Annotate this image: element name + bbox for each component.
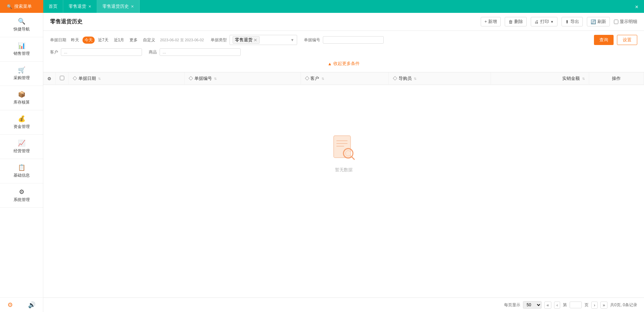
new-button[interactable]: + 新增 — [481, 17, 501, 26]
last-page-button[interactable]: » — [600, 302, 607, 309]
date-btn-7days[interactable]: 近7天 — [96, 37, 111, 44]
prev-page-button[interactable]: ‹ — [554, 302, 560, 309]
next-page-button[interactable]: › — [591, 302, 597, 309]
date-filter-label: 单据日期 — [50, 37, 66, 43]
date-buttons: 昨天 今天 近7天 近1月 更多 自定义 — [69, 37, 157, 44]
type-select[interactable]: 零售退货 ✕ ▼ — [230, 35, 297, 45]
sidebar-item-finance[interactable]: 💰 资金管理 — [0, 110, 43, 135]
quick-nav-icon: 🔍 — [18, 18, 25, 25]
date-btn-yesterday[interactable]: 昨天 — [69, 37, 81, 44]
type-filter-label: 单据类型 — [211, 37, 227, 43]
th-amount: 实销金额 ⇅ — [491, 72, 589, 85]
svg-point-5 — [345, 151, 351, 156]
top-bar: 🔍 搜索菜单 首页 零售退货 ✕ 零售退货历史 ✕ ✕ — [0, 0, 644, 13]
tab-retail-return-history[interactable]: 零售退货历史 ✕ — [97, 0, 140, 13]
filter-row-2: 客户 ... 商品 ... — [50, 48, 637, 56]
basic-info-label: 基础信息 — [14, 173, 30, 178]
sidebar-item-system[interactable]: ⚙ 系统管理 — [0, 183, 43, 208]
sidebar-item-basic-info[interactable]: 📋 基础信息 — [0, 159, 43, 183]
filter-row-1: 单据日期 昨天 今天 近7天 近1月 更多 自定义 2023-06-02 至 2… — [50, 35, 637, 45]
goods-filter: 商品 ... — [149, 48, 241, 56]
th-number-sort-icon[interactable]: ⇅ — [214, 77, 217, 81]
delete-button[interactable]: 🗑 删除 — [505, 17, 527, 26]
sidebar-item-purchase[interactable]: 🛒 采购管理 — [0, 62, 43, 86]
purchase-icon: 🛒 — [18, 66, 25, 74]
sidebar-item-inventory[interactable]: 📦 库存核算 — [0, 86, 43, 110]
number-input[interactable] — [323, 36, 384, 44]
customer-select[interactable]: ... — [61, 48, 142, 56]
export-button[interactable]: ⬆ 导出 — [562, 17, 583, 26]
table-header-row: ⚙ ◇ 单据日期 ⇅ ◇ 单据编号 ⇅ — [43, 72, 644, 85]
page-title: 零售退货历史 — [50, 18, 82, 25]
finance-icon: 💰 — [18, 115, 25, 122]
sidebar-item-operations[interactable]: 📈 经营管理 — [0, 135, 43, 159]
th-guide-sort-icon[interactable]: ⇅ — [414, 77, 416, 81]
collapse-button[interactable]: ▲ 收起更多条件 — [328, 59, 360, 68]
th-action: 操作 — [589, 72, 644, 85]
number-filter-label: 单据编号 — [304, 37, 320, 43]
first-page-button[interactable]: « — [544, 302, 551, 309]
operations-label: 经营管理 — [14, 148, 30, 154]
sidebar-bottom: ⚙ 🔊 — [0, 297, 43, 312]
header-actions: + 新增 🗑 删除 🖨 打印 ▼ ⬆ 导出 🔄 刷新 — [481, 17, 637, 26]
show-detail-checkbox-label[interactable]: 显示明细 — [614, 19, 637, 25]
sidebar-item-sales[interactable]: 📊 销售管理 — [0, 37, 43, 62]
tab-home[interactable]: 首页 — [43, 0, 63, 13]
th-settings[interactable]: ⚙ — [43, 72, 56, 85]
page-header: 零售退货历史 + 新增 🗑 删除 🖨 打印 ▼ ⬆ 导出 — [43, 13, 644, 31]
collapse-icon: ▲ — [328, 61, 332, 66]
print-icon: 🖨 — [534, 19, 539, 24]
show-detail-checkbox[interactable] — [614, 20, 618, 24]
tab-retail-return-history-close[interactable]: ✕ — [131, 4, 134, 9]
data-table: ⚙ ◇ 单据日期 ⇅ ◇ 单据编号 ⇅ — [43, 72, 644, 85]
finance-label: 资金管理 — [14, 124, 30, 130]
page-number-input[interactable]: 1 — [570, 302, 582, 308]
window-close-button[interactable]: ✕ — [629, 3, 644, 10]
query-button[interactable]: 查询 — [594, 35, 614, 45]
audio-icon[interactable]: 🔊 — [28, 301, 35, 309]
basic-info-icon: 📋 — [18, 164, 25, 171]
date-btn-1month[interactable]: 近1月 — [112, 37, 126, 44]
tab-retail-return-close[interactable]: ✕ — [88, 4, 91, 9]
type-tag: 零售退货 ✕ — [233, 36, 260, 44]
th-amount-sort-icon[interactable]: ⇅ — [582, 77, 585, 81]
type-tag-remove[interactable]: ✕ — [254, 38, 257, 43]
print-button[interactable]: 🖨 打印 ▼ — [531, 17, 557, 26]
customer-filter: 客户 ... — [50, 48, 142, 56]
th-date-sort-icon[interactable]: ⇅ — [98, 77, 101, 81]
refresh-icon: 🔄 — [591, 19, 596, 24]
search-icon: 🔍 — [7, 4, 12, 9]
refresh-button[interactable]: 🔄 刷新 — [587, 17, 610, 26]
search-menu-button[interactable]: 🔍 搜索菜单 — [0, 0, 43, 13]
setting-button[interactable]: 设置 — [617, 35, 637, 45]
tab-retail-return[interactable]: 零售退货 ✕ — [63, 0, 97, 13]
goods-select[interactable]: ... — [160, 48, 241, 56]
select-all-checkbox[interactable] — [60, 76, 64, 80]
th-customer: ◇ 客户 ⇅ — [301, 72, 389, 85]
th-date: ◇ 单据日期 ⇅ — [69, 72, 185, 85]
th-number-label: ◇ — [189, 76, 194, 81]
sidebar-item-quick-nav[interactable]: 🔍 快捷导航 — [0, 13, 43, 37]
per-page-label: 每页显示 — [504, 302, 520, 308]
goods-filter-label: 商品 — [149, 49, 157, 55]
date-btn-today[interactable]: 今天 — [82, 37, 95, 44]
th-guide: ◇ 导购员 ⇅ — [389, 72, 491, 85]
search-label: 搜索菜单 — [14, 3, 32, 9]
date-btn-custom[interactable]: 自定义 — [141, 37, 157, 44]
tab-list: 首页 零售退货 ✕ 零售退货历史 ✕ — [43, 0, 629, 13]
filter-actions: 查询 设置 — [594, 35, 637, 45]
system-icon: ⚙ — [19, 188, 24, 196]
table-area: ⚙ ◇ 单据日期 ⇅ ◇ 单据编号 ⇅ — [43, 72, 644, 297]
purchase-label: 采购管理 — [14, 75, 30, 81]
date-range-display: 2023-06-02 至 2023-06-02 — [160, 38, 204, 43]
date-btn-more[interactable]: 更多 — [127, 37, 140, 44]
filter-area: 单据日期 昨天 今天 近7天 近1月 更多 自定义 2023-06-02 至 2… — [43, 31, 644, 72]
settings-bottom-icon[interactable]: ⚙ — [7, 301, 13, 309]
main-layout: 🔍 快捷导航 📊 销售管理 🛒 采购管理 📦 库存核算 💰 资金管理 📈 经营管… — [0, 13, 644, 312]
empty-text: 暂无数据 — [335, 167, 353, 173]
number-filter: 单据编号 — [304, 36, 384, 44]
per-page-select[interactable]: 10 20 50 100 — [523, 301, 542, 309]
th-customer-sort-icon[interactable]: ⇅ — [321, 77, 324, 81]
th-checkbox[interactable] — [56, 72, 69, 85]
sales-label: 销售管理 — [14, 51, 30, 57]
